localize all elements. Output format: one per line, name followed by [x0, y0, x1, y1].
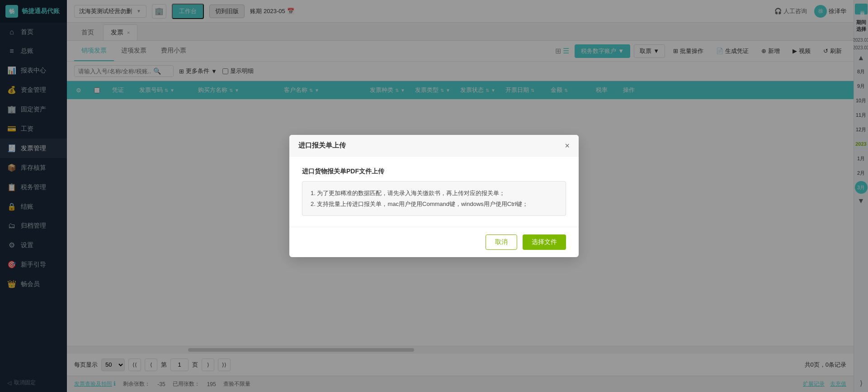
- dialog-body: 进口货物报关单PDF文件上传 1. 为了更加稀准的数据匹配，请先录入海关缴款书，…: [289, 157, 579, 227]
- notice-line-2: 2. 支持批量上传进口报关单，mac用户使用Command键，windows用户…: [311, 199, 557, 209]
- dialog-title: 进口报关单上传: [298, 141, 346, 150]
- dialog-header: 进口报关单上传 ×: [289, 135, 579, 157]
- upload-section-title: 进口货物报关单PDF文件上传: [302, 167, 566, 176]
- dialog-notice: 1. 为了更加稀准的数据匹配，请先录入海关缴款书，再上传对应的报关单； 2. 支…: [302, 181, 566, 216]
- dialog-overlay: 进口报关单上传 × 进口货物报关单PDF文件上传 1. 为了更加稀准的数据匹配，…: [0, 0, 868, 392]
- cancel-button[interactable]: 取消: [486, 234, 517, 250]
- notice-line-1: 1. 为了更加稀准的数据匹配，请先录入海关缴款书，再上传对应的报关单；: [311, 188, 557, 198]
- dialog: 进口报关单上传 × 进口货物报关单PDF文件上传 1. 为了更加稀准的数据匹配，…: [289, 135, 579, 257]
- dialog-footer: 取消 选择文件: [289, 227, 579, 257]
- select-file-button[interactable]: 选择文件: [523, 234, 566, 250]
- dialog-close-button[interactable]: ×: [565, 142, 570, 150]
